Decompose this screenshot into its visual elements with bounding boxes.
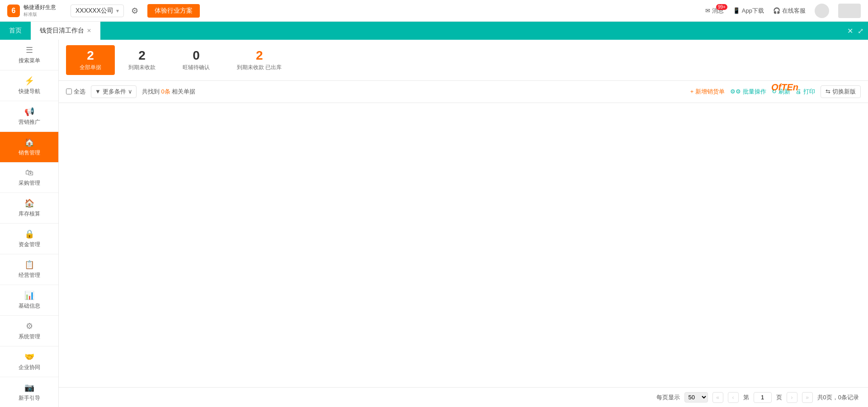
toolbar-left: 全选 ▼ 更多条件 ∨ 共找到 0条 相关单据 <box>66 85 195 98</box>
card-num-all: 2 <box>87 49 94 63</box>
sidebar-item-purchase-mgmt[interactable]: 🛍 采购管理 <box>0 163 58 193</box>
card-label-pending: 旺辅待确认 <box>183 64 210 71</box>
sidebar-label: 经营管理 <box>19 271 40 279</box>
page-size-select[interactable]: 50 20 100 <box>684 392 708 402</box>
funds-icon: 🔒 <box>24 229 34 239</box>
next-page-icon: › <box>791 394 793 401</box>
marketing-icon: 📢 <box>24 107 34 117</box>
sidebar-item-marketing[interactable]: 📢 营销推广 <box>0 101 58 132</box>
sidebar-item-funds-mgmt[interactable]: 🔒 资金管理 <box>0 224 58 254</box>
logo-area: 6 畅捷通好生意 标准版 <box>7 4 66 17</box>
nav-tabs: 首页 钱货日清工作台 ✕ ✕ ⤢ <box>0 22 868 40</box>
sidebar-item-inventory[interactable]: 🏠 库存核算 <box>0 193 58 224</box>
tab-close-icon[interactable]: ✕ <box>87 28 91 34</box>
chevron-down-icon: ▾ <box>116 8 119 14</box>
logo-icon: 6 <box>7 5 20 17</box>
current-page-input[interactable] <box>754 392 772 403</box>
close-window-icon[interactable]: ✕ <box>847 27 853 35</box>
gear-icon: ⚙ <box>131 6 138 16</box>
table-area <box>59 103 868 387</box>
select-all-input[interactable] <box>66 89 72 94</box>
prev-page-button[interactable]: ‹ <box>728 392 739 403</box>
coop-icon: 🤝 <box>24 352 34 362</box>
sidebar: ☰ 搜索菜单 ⚡ 快捷导航 📢 营销推广 🏠 销售管理 🛍 采购管理 🏠 库存核… <box>0 40 59 407</box>
header-right: ✉ 消息 99+ 📱 App下载 🎧 在线客服 <box>705 4 861 18</box>
sidebar-label: 基础信息 <box>19 302 40 310</box>
card-label-overdue: 到期未收款 <box>128 64 156 71</box>
app-download-item[interactable]: 📱 App下载 <box>733 7 764 15</box>
sidebar-label: 快捷导航 <box>19 88 40 95</box>
nav-tabs-right: ✕ ⤢ <box>847 27 868 35</box>
first-page-icon: « <box>716 394 719 401</box>
filter-button[interactable]: ▼ 更多条件 ∨ <box>91 85 137 98</box>
avatar[interactable] <box>815 4 829 18</box>
print-button[interactable]: 🖨 打印 <box>796 88 815 96</box>
card-all[interactable]: 2 全部单据 <box>66 45 115 75</box>
download-icon: 📱 <box>733 7 740 14</box>
often-text: OfTEn <box>771 82 798 93</box>
sidebar-item-enterprise-coop[interactable]: 🤝 企业协同 <box>0 346 58 377</box>
batch-operation-button[interactable]: ⚙⚙ 批量操作 <box>730 88 766 96</box>
card-num-pending: 0 <box>193 49 200 63</box>
sidebar-item-search-menu[interactable]: ☰ 搜索菜单 <box>0 40 58 70</box>
card-overdue-shipped[interactable]: 2 到期未收款 已出库 <box>223 45 295 75</box>
purchase-icon: 🛍 <box>25 168 33 178</box>
top-header: 6 畅捷通好生意 标准版 XXXXXX公司 ▾ ⚙ 体验行业方案 ✉ 消息 99… <box>0 0 868 22</box>
switch-icon: ⇆ <box>826 88 830 95</box>
avatar-name[interactable] <box>838 4 861 18</box>
sidebar-label: 库存核算 <box>19 210 40 218</box>
sidebar-item-basic-info[interactable]: 📊 基础信息 <box>0 285 58 316</box>
chevron-down-icon: ∨ <box>128 88 132 95</box>
next-page-button[interactable]: › <box>787 392 797 403</box>
trial-button[interactable]: 体验行业方案 <box>147 4 200 18</box>
sidebar-label: 营销推广 <box>19 118 40 126</box>
message-icon: ✉ <box>705 7 710 14</box>
tab-workbench[interactable]: 钱货日清工作台 ✕ <box>31 22 100 40</box>
sys-icon: ⚙ <box>26 321 33 331</box>
card-label-all: 全部单据 <box>80 64 101 71</box>
last-page-icon: » <box>806 394 809 401</box>
settings-icon-btn[interactable]: ⚙ <box>127 4 142 18</box>
toolbar: 全选 ▼ 更多条件 ∨ 共找到 0条 相关单据 + 新增销货单 ⚙⚙ <box>59 81 868 103</box>
search-menu-icon: ☰ <box>26 45 33 55</box>
online-service-item[interactable]: 🎧 在线客服 <box>773 7 806 15</box>
sidebar-item-quick-nav[interactable]: ⚡ 快捷导航 <box>0 70 58 101</box>
found-text: 共找到 0条 相关单据 <box>142 88 195 96</box>
select-all-checkbox[interactable]: 全选 <box>66 88 85 96</box>
card-wangfu-pending[interactable]: 0 旺辅待确认 <box>169 45 223 75</box>
switch-new-version-button[interactable]: ⇆ 切换新版 <box>821 85 861 98</box>
sidebar-label: 企业协同 <box>19 364 40 371</box>
ops-icon: 📋 <box>24 260 34 270</box>
quick-nav-icon: ⚡ <box>24 76 34 86</box>
messages-badge: 99+ <box>716 4 727 10</box>
messages-item[interactable]: ✉ 消息 99+ <box>705 7 724 15</box>
sidebar-label: 新手引导 <box>19 394 40 402</box>
restore-window-icon[interactable]: ⤢ <box>858 27 863 35</box>
sidebar-item-new-guide[interactable]: 📷 新手引导 <box>0 377 58 407</box>
inventory-icon: 🏠 <box>24 198 34 208</box>
sidebar-item-ops-mgmt[interactable]: 📋 经营管理 <box>0 254 58 285</box>
tab-home[interactable]: 首页 <box>0 22 31 40</box>
sidebar-item-sales-mgmt[interactable]: 🏠 销售管理 <box>0 132 58 163</box>
basic-info-icon: 📊 <box>24 290 34 300</box>
pagination: 每页显示 50 20 100 « ‹ 第 页 › » 共0页，0条记录 <box>59 387 868 407</box>
content-area: 2 全部单据 2 到期未收款 0 旺辅待确认 2 到期未收款 已出库 全选 <box>59 40 868 407</box>
sales-icon: 🏠 <box>24 137 34 147</box>
card-label-shipped: 到期未收款 已出库 <box>237 64 282 71</box>
last-page-button[interactable]: » <box>802 392 813 403</box>
sidebar-label: 资金管理 <box>19 241 40 248</box>
sidebar-item-sys-mgmt[interactable]: ⚙ 系统管理 <box>0 316 58 346</box>
logo-text: 畅捷通好生意 标准版 <box>24 4 56 17</box>
card-overdue-uncollected[interactable]: 2 到期未收款 <box>115 45 169 75</box>
filter-icon: ▼ <box>95 88 101 95</box>
service-icon: 🎧 <box>773 7 780 14</box>
sidebar-label: 销售管理 <box>19 149 40 157</box>
batch-icon: ⚙⚙ <box>730 88 741 95</box>
company-selector[interactable]: XXXXXX公司 ▾ <box>71 5 124 17</box>
summary-cards: 2 全部单据 2 到期未收款 0 旺辅待确认 2 到期未收款 已出库 <box>59 40 868 81</box>
sidebar-label: 采购管理 <box>19 179 40 187</box>
add-sales-order-button[interactable]: + 新增销货单 <box>690 88 725 96</box>
guide-icon: 📷 <box>24 383 34 393</box>
prev-page-icon: ‹ <box>732 394 734 401</box>
first-page-button[interactable]: « <box>712 392 723 403</box>
